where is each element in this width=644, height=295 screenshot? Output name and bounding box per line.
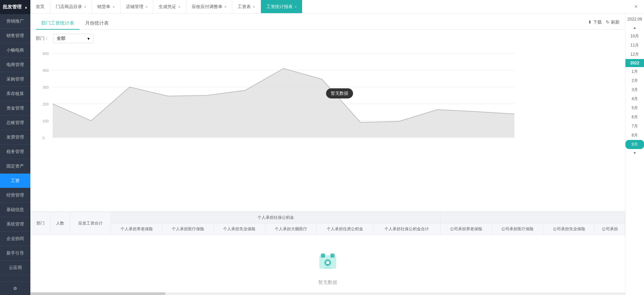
table-section: 部门 人数 应发工资合计 个人承担社保公积金 个人承担养老保险 个人承担医疗保险… (30, 211, 625, 295)
chart-svg: 500 400 300 200 100 0 (36, 50, 620, 151)
sidebar-item-marketing[interactable]: 营销推广 (0, 14, 30, 29)
date-month-7月[interactable]: 7月 (625, 122, 644, 131)
svg-text:400: 400 (43, 68, 49, 72)
svg-text:200: 200 (43, 102, 49, 106)
th-company-other: 公司承担 (595, 224, 625, 235)
tab-payroll-report[interactable]: 工资统计报表× (261, 0, 302, 13)
sub-tab-dept-stats[interactable]: 部门工资统计表 (36, 18, 80, 30)
sidebar-item-ecommerce[interactable]: 电商管理 (0, 58, 30, 72)
date-month-3月[interactable]: 3月 (625, 85, 644, 94)
date-panel-header: 2022.09 (625, 15, 644, 24)
sidebar-item-newbie[interactable]: 新手引导 (0, 246, 30, 261)
sidebar-item-purchase[interactable]: 采购管理 (0, 72, 30, 87)
date-month-6月[interactable]: 6月 (625, 113, 644, 122)
tab-close-payroll-table[interactable]: × (253, 5, 255, 9)
empty-state: 暂无数据 (30, 235, 625, 292)
svg-text:500: 500 (43, 52, 49, 56)
table-wrap[interactable]: 部门 人数 应发工资合计 个人承担社保公积金 个人承担养老保险 个人承担医疗保险… (30, 212, 625, 292)
date-months: 10月11月12月20221月2月3月4月5月6月7月8月9月 (625, 32, 644, 149)
sidebar-item-payroll[interactable]: 工资 (0, 174, 30, 188)
dept-select[interactable]: 全部 ▾ (53, 34, 93, 43)
svg-text:100: 100 (43, 119, 49, 123)
sidebar-item-inventory[interactable]: 库存核算 (0, 87, 30, 101)
th-group-company (440, 212, 625, 224)
chart-area-fill (53, 68, 514, 138)
date-month-1月[interactable]: 1月 (625, 67, 644, 76)
sidebar-collapse-icon[interactable]: ▲ (24, 5, 28, 9)
tab-close-receivable[interactable]: × (224, 5, 226, 9)
sidebar-item-sales[interactable]: 销售管理 (0, 29, 30, 43)
sidebar-items: 营销推广销售管理小畅电商电商管理采购管理库存核算资金管理总账管理发票管理税务管理… (0, 14, 30, 275)
filter-label: 部门： (36, 35, 49, 41)
date-year-label[interactable]: 2022 (625, 59, 644, 67)
tab-store-mgmt[interactable]: 店铺管理× (120, 0, 153, 13)
sidebar-item-ops[interactable]: 经营管理 (0, 188, 30, 203)
chart-svg-wrap: 500 400 300 200 100 0 (36, 50, 620, 151)
sub-tab-monthly-stats[interactable]: 月份统计表 (80, 18, 114, 30)
date-panel: 2022.09 ▲ 10月11月12月20221月2月3月4月5月6月7月8月9… (625, 13, 644, 295)
sidebar-item-basic[interactable]: 基础信息 (0, 203, 30, 217)
date-month-9月[interactable]: 9月 (625, 140, 644, 149)
sidebar-title-label: 批发管理 (3, 4, 22, 10)
date-month-8月[interactable]: 8月 (625, 131, 644, 140)
tab-payroll-table[interactable]: 工资表× (232, 0, 261, 13)
main-area: 首页门店商品目录×销货单×店铺管理×生成凭证×应收应付调整单×工资表×工资统计报… (30, 0, 644, 295)
th-personal-major-medical: 个人承担大额医疗 (265, 224, 317, 235)
tab-close-store-mgmt[interactable]: × (145, 5, 147, 9)
sidebar-item-ledger[interactable]: 总账管理 (0, 116, 30, 130)
download-icon: ⬇ (588, 20, 592, 25)
tab-close-cert[interactable]: × (178, 5, 180, 9)
tab-bar-close-button[interactable]: ✕ (630, 1, 641, 12)
tab-product-catalog[interactable]: 门店商品目录× (50, 0, 92, 13)
tab-cert[interactable]: 生成凭证× (153, 0, 186, 13)
sidebar-item-invoice[interactable]: 发票管理 (0, 130, 30, 145)
page-content: 部门工资统计表月份统计表 ⬇ 下载 ↻ 刷新 部门： 全部 ▾ (30, 13, 625, 295)
refresh-button[interactable]: ↻ 刷新 (606, 19, 620, 25)
svg-rect-13 (321, 254, 325, 258)
svg-text:0: 0 (43, 136, 45, 140)
date-panel-down-button[interactable]: ▼ (631, 149, 639, 157)
tab-items: 首页门店商品目录×销货单×店铺管理×生成凭证×应收应付调整单×工资表×工资统计报… (30, 0, 302, 13)
tab-bar-end: ✕ (630, 1, 644, 12)
sub-tabs: 部门工资统计表月份统计表 (36, 18, 114, 29)
sidebar-item-finance[interactable]: 资金管理 (0, 101, 30, 116)
empty-text: 暂无数据 (318, 279, 337, 286)
th-personal-pension: 个人承担养老保险 (111, 224, 162, 235)
sidebar-item-ecommerce-small[interactable]: 小畅电商 (0, 43, 30, 58)
tab-close-payroll-report[interactable]: × (295, 5, 297, 9)
chart-no-data-tooltip: 暂无数据 (326, 88, 353, 98)
date-month-2月[interactable]: 2月 (625, 76, 644, 85)
date-month-12月[interactable]: 12月 (625, 50, 644, 59)
th-group-personal: 个人承担社保公积金 (111, 212, 440, 224)
tab-close-product-catalog[interactable]: × (84, 5, 86, 9)
sidebar-title[interactable]: 批发管理 ▲ (0, 0, 30, 14)
date-month-5月[interactable]: 5月 (625, 104, 644, 113)
settings-button[interactable]: ⚙ (0, 282, 30, 295)
sidebar: 批发管理 ▲ 营销推广销售管理小畅电商电商管理采购管理库存核算资金管理总账管理发… (0, 0, 30, 295)
download-button[interactable]: ⬇ 下载 (588, 19, 602, 25)
tab-bar: 首页门店商品目录×销货单×店铺管理×生成凭证×应收应付调整单×工资表×工资统计报… (30, 0, 644, 13)
tab-home[interactable]: 首页 (30, 0, 50, 13)
refresh-label: 刷新 (611, 19, 620, 25)
sidebar-item-cloud[interactable]: 云应用 (0, 261, 30, 275)
th-personal-medical: 个人承担医疗保险 (162, 224, 214, 235)
sidebar-item-fixed-assets[interactable]: 固定资产 (0, 159, 30, 174)
svg-rect-16 (326, 261, 329, 264)
date-month-4月[interactable]: 4月 (625, 94, 644, 104)
tab-receivable[interactable]: 应收应付调整单× (186, 0, 232, 13)
bottom-scrollbar[interactable] (30, 292, 625, 295)
refresh-icon: ↻ (606, 20, 610, 25)
sidebar-item-enterprise[interactable]: 企业协同 (0, 232, 30, 246)
th-company-pension: 公司承担养老保险 (440, 224, 492, 235)
date-month-10月[interactable]: 10月 (625, 32, 644, 41)
th-company-medical: 公司承担医疗保险 (492, 224, 543, 235)
tab-sales-order[interactable]: 销货单× (92, 0, 120, 13)
settings-icon: ⚙ (13, 286, 17, 291)
sidebar-item-system[interactable]: 系统管理 (0, 217, 30, 232)
date-panel-up-button[interactable]: ▲ (631, 24, 639, 32)
sidebar-item-tax[interactable]: 税务管理 (0, 145, 30, 159)
scrollbar-thumb[interactable] (30, 292, 165, 295)
dept-select-value: 全部 (57, 35, 65, 41)
tab-close-sales-order[interactable]: × (112, 5, 114, 9)
date-month-11月[interactable]: 11月 (625, 41, 644, 50)
